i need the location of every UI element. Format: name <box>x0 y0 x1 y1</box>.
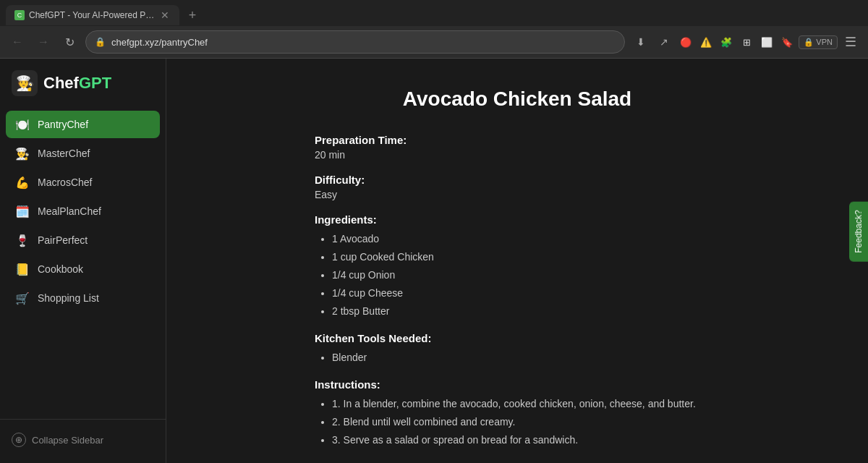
meal-plan-chef-icon: 🗓️ <box>14 203 30 219</box>
ext-bookmark-icon[interactable]: 🔖 <box>778 33 796 51</box>
sidebar-item-pantry-chef[interactable]: 🍽️ PantryChef <box>6 111 160 138</box>
forward-button[interactable]: → <box>33 32 54 52</box>
pair-perfect-label: PairPerfect <box>38 234 88 246</box>
list-item: 1. In a blender, combine the avocado, co… <box>332 396 720 412</box>
tab-close-button[interactable]: ✕ <box>159 9 171 21</box>
difficulty-label: Difficulty: <box>315 174 720 186</box>
pantry-chef-icon: 🍽️ <box>14 116 30 132</box>
logo-chef-text: Chef <box>43 74 79 92</box>
ext-warn-icon[interactable]: ⚠️ <box>697 33 715 51</box>
ingredients-section: Ingredients: 1 Avocado 1 cup Cooked Chic… <box>315 213 720 319</box>
recipe-card: Avocado Chicken Salad Preparation Time: … <box>315 88 720 463</box>
nav-actions: ⬇ ↗ 🔴 ⚠️ 🧩 ⊞ ⬜ 🔖 🔒 VPN ☰ <box>631 32 861 52</box>
ext-grid-icon[interactable]: ⊞ <box>738 33 755 51</box>
list-item: 1 cup Cooked Chicken <box>332 250 720 265</box>
ingredients-label: Ingredients: <box>315 213 720 226</box>
difficulty-value: Easy <box>315 189 720 200</box>
feedback-label: Feedback? <box>854 210 864 252</box>
pair-perfect-icon: 🍷 <box>14 232 30 248</box>
list-item: 2 tbsp Butter <box>332 304 720 319</box>
cookbook-label: Cookbook <box>38 263 83 275</box>
recipe-title: Avocado Chicken Salad <box>315 88 720 111</box>
pantry-chef-label: PantryChef <box>38 119 88 130</box>
address-bar[interactable]: 🔒 chefgpt.xyz/pantryChef <box>85 30 625 54</box>
collapse-label: Collapse Sidebar <box>32 435 103 446</box>
browser-menu-button[interactable]: ☰ <box>841 32 861 52</box>
list-item: Blender <box>332 350 720 365</box>
ingredients-list: 1 Avocado 1 cup Cooked Chicken 1/4 cup O… <box>315 232 720 319</box>
feedback-button[interactable]: Feedback? <box>849 201 868 261</box>
instructions-list: 1. In a blender, combine the avocado, co… <box>315 396 720 448</box>
sidebar-item-pair-perfect[interactable]: 🍷 PairPerfect <box>6 226 160 254</box>
list-item: 3. Serve as a salad or spread on bread f… <box>332 433 720 448</box>
share-icon[interactable]: ↗ <box>654 32 674 52</box>
kitchen-tools-label: Kitchen Tools Needed: <box>315 332 720 344</box>
difficulty-section: Difficulty: Easy <box>315 174 720 200</box>
sidebar-item-shopping-list[interactable]: 🛒 Shopping List <box>6 284 160 312</box>
tab-bar: C ChefGPT - Your AI-Powered Pers... ✕ + <box>0 0 868 26</box>
back-button[interactable]: ← <box>7 32 27 52</box>
nav-items: 🍽️ PantryChef 👨‍🍳 MasterChef 💪 MacrosChe… <box>0 111 166 413</box>
download-icon[interactable]: ⬇ <box>631 32 651 52</box>
kitchen-tools-section: Kitchen Tools Needed: Blender <box>315 332 720 365</box>
master-chef-icon: 👨‍🍳 <box>14 145 30 161</box>
kitchen-tools-list: Blender <box>315 350 720 365</box>
instructions-label: Instructions: <box>315 378 720 391</box>
ext-brave-icon[interactable]: 🔴 <box>677 33 694 51</box>
nav-bar: ← → ↻ 🔒 chefgpt.xyz/pantryChef ⬇ ↗ 🔴 ⚠️ … <box>0 26 868 58</box>
lock-icon: 🔒 <box>95 37 106 47</box>
shopping-list-label: Shopping List <box>38 292 99 304</box>
meal-plan-chef-label: MealPlanChef <box>38 205 101 217</box>
collapse-icon: ⊕ <box>12 433 26 447</box>
tab-title: ChefGPT - Your AI-Powered Pers... <box>29 10 155 20</box>
preparation-time-section: Preparation Time: 20 min <box>315 134 720 161</box>
master-chef-label: MasterChef <box>38 148 90 159</box>
logo-area: 🧑‍🍳 ChefGPT <box>0 70 166 111</box>
ext-puzzle-icon[interactable]: 🧩 <box>718 33 735 51</box>
active-tab[interactable]: C ChefGPT - Your AI-Powered Pers... ✕ <box>6 5 179 25</box>
preparation-time-value: 20 min <box>315 149 720 161</box>
app-container: 🧑‍🍳 ChefGPT 🍽️ PantryChef 👨‍🍳 MasterChef… <box>0 59 868 463</box>
logo-gpt-text: GPT <box>79 74 111 92</box>
macros-chef-icon: 💪 <box>14 174 30 190</box>
list-item: 1/4 cup Cheese <box>332 286 720 301</box>
tab-favicon: C <box>14 10 25 20</box>
main-content: Avocado Chicken Salad Preparation Time: … <box>166 59 868 463</box>
new-tab-button[interactable]: + <box>182 5 203 25</box>
instructions-section: Instructions: 1. In a blender, combine t… <box>315 378 720 448</box>
logo-icon: 🧑‍🍳 <box>12 70 38 96</box>
logo-text: ChefGPT <box>43 74 111 93</box>
sidebar-item-meal-plan-chef[interactable]: 🗓️ MealPlanChef <box>6 197 160 225</box>
cookbook-icon: 📒 <box>14 261 30 277</box>
sidebar-item-master-chef[interactable]: 👨‍🍳 MasterChef <box>6 140 160 167</box>
url-text: chefgpt.xyz/pantryChef <box>111 37 616 48</box>
macros-chef-label: MacrosChef <box>38 177 92 188</box>
preparation-time-label: Preparation Time: <box>315 134 720 146</box>
shopping-list-icon: 🛒 <box>14 290 30 306</box>
list-item: 1 Avocado <box>332 232 720 247</box>
reload-button[interactable]: ↻ <box>59 32 80 52</box>
sidebar-item-macros-chef[interactable]: 💪 MacrosChef <box>6 169 160 196</box>
sidebar: 🧑‍🍳 ChefGPT 🍽️ PantryChef 👨‍🍳 MasterChef… <box>0 59 166 463</box>
vpn-badge[interactable]: 🔒 VPN <box>799 35 838 49</box>
ext-window-icon[interactable]: ⬜ <box>758 33 775 51</box>
collapse-sidebar-button[interactable]: ⊕ Collapse Sidebar <box>12 428 154 451</box>
list-item: 1/4 cup Onion <box>332 268 720 283</box>
browser-chrome: C ChefGPT - Your AI-Powered Pers... ✕ + … <box>0 0 868 59</box>
list-item: 2. Blend until well combined and creamy. <box>332 415 720 430</box>
sidebar-footer: ⊕ Collapse Sidebar <box>0 419 166 451</box>
sidebar-item-cookbook[interactable]: 📒 Cookbook <box>6 255 160 283</box>
